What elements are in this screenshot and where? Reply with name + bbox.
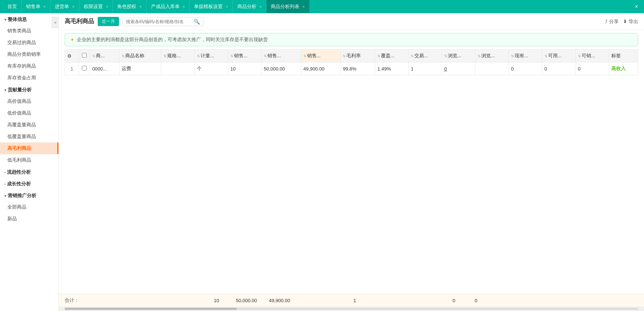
row-browse1[interactable]: 0 <box>442 62 475 75</box>
row-code[interactable]: 0000... <box>90 62 119 75</box>
nav-tab-analysis[interactable]: 商品分析 × <box>233 0 266 13</box>
col-browse2[interactable]: ⇅浏览... <box>475 50 509 62</box>
close-analysis-tab[interactable]: × <box>259 4 262 9</box>
sidebar-item-low-coverage[interactable]: 低覆盖量商品 <box>0 131 58 142</box>
sidebar-group-contribution[interactable]: ▾ 贡献量分析 <box>0 84 58 95</box>
footer-label: 合计： <box>65 297 87 304</box>
footer-spacer8 <box>425 298 450 303</box>
close-template-tab[interactable]: × <box>226 4 228 9</box>
close-permissions-tab[interactable]: × <box>106 4 108 9</box>
info-banner: ✦ 企业的主要的利润都是这部分商品创造的，可考虑加大推广，同时关注库存是不要出现… <box>65 33 638 46</box>
row-transaction: 1 <box>409 62 442 75</box>
arrow-contribution-icon: ▾ <box>4 88 6 92</box>
sidebar-group-marketing[interactable]: ▾ 营销推广分析 <box>0 189 58 201</box>
footer-available: 0 <box>450 298 472 303</box>
sidebar-group-growth[interactable]: › 成长性分析 <box>0 178 58 189</box>
close-roles-tab[interactable]: × <box>139 4 141 9</box>
bottom-scrollbar[interactable] <box>59 307 644 311</box>
nav-tab-permissions[interactable]: 权限设置 × <box>79 0 113 13</box>
sidebar-item-low-margin[interactable]: 低毛利商品 <box>0 154 58 166</box>
sidebar-group-trend[interactable]: › 流趋性分析 <box>0 166 58 178</box>
col-tag[interactable]: 标签 <box>609 50 638 62</box>
nav-tab-roles[interactable]: 角色授权 × <box>113 0 146 13</box>
app-root: 首页 销售单 × 进货单 × 权限设置 × 角色授权 × 产成品入库单 × 单据… <box>0 0 644 311</box>
row-available: 0 <box>542 62 575 75</box>
search-icon[interactable]: 🔍 <box>194 19 200 25</box>
sidebar-item-traded-goods[interactable]: 交易过的商品 <box>0 37 58 48</box>
scrollbar-thumb[interactable] <box>65 308 237 310</box>
nav-tab-purchase[interactable]: 进货单 × <box>50 0 79 13</box>
filter-recent-month-button[interactable]: 近一月 <box>98 17 119 26</box>
sidebar-collapse-button[interactable]: « <box>52 17 58 28</box>
sort-icon: ⇅ <box>411 54 414 58</box>
nav-tab-home[interactable]: 首页 <box>3 0 22 13</box>
arrow-overview-icon: ▾ <box>4 18 6 22</box>
content-area: 高毛利商品 近一月 🔍 ⤴ 分享 ⬇ 导出 <box>59 13 644 311</box>
close-purchase-tab[interactable]: × <box>72 4 74 9</box>
col-sales2[interactable]: ⇅销售... <box>261 50 301 62</box>
sidebar-item-all-goods[interactable]: 全部商品 <box>0 201 58 213</box>
col-browse1[interactable]: ⇅浏览... <box>442 50 475 62</box>
close-sales-tab[interactable]: × <box>43 4 46 9</box>
col-name[interactable]: ⇅商品名称 <box>119 50 161 62</box>
select-all-checkbox[interactable] <box>82 53 87 58</box>
col-available[interactable]: ⇅可用... <box>542 50 575 62</box>
col-transaction[interactable]: ⇅交易... <box>409 50 442 62</box>
nav-tab-sales[interactable]: 销售单 × <box>22 0 50 13</box>
arrow-growth-icon: › <box>4 182 6 186</box>
share-button[interactable]: ⤴ 分享 <box>605 18 619 25</box>
footer-spacer6 <box>373 298 399 303</box>
col-code[interactable]: ⇅商... <box>90 50 119 62</box>
col-coverage[interactable]: ⇅覆盖... <box>375 50 409 62</box>
header-actions: ⤴ 分享 ⬇ 导出 <box>605 18 638 25</box>
sort-icon: ⇅ <box>377 54 380 58</box>
sidebar-item-inventory-capital[interactable]: 库存资金占用 <box>0 72 58 84</box>
row-tag: 高收入 <box>609 62 638 75</box>
row-checkbox[interactable] <box>82 66 87 70</box>
footer-summary: 合计： 10 50,000.00 49,900.00 1 0 0 <box>59 294 644 307</box>
sort-icon: ⇅ <box>264 54 267 58</box>
col-saleable[interactable]: ⇅可销... <box>575 50 609 62</box>
col-settings[interactable]: ⚙ <box>65 50 79 62</box>
sidebar-item-sales-goods[interactable]: 销售类商品 <box>0 25 58 37</box>
top-nav: 首页 销售单 × 进货单 × 权限设置 × 角色授权 × 产成品入库单 × 单据… <box>0 0 644 13</box>
close-analysis-list-tab[interactable]: × <box>302 4 305 9</box>
share-icon: ⤴ <box>605 19 608 24</box>
sidebar-item-new-goods[interactable]: 新品 <box>0 213 58 225</box>
col-sales1[interactable]: ⇅销售... <box>228 50 261 62</box>
footer-qty: 10 <box>212 298 234 303</box>
scrollbar-track[interactable] <box>65 308 638 310</box>
arrow-trend-icon: › <box>4 170 6 174</box>
sidebar-item-high-margin[interactable]: 高毛利商品 <box>0 142 58 154</box>
col-stock[interactable]: ⇅现有... <box>509 50 542 62</box>
col-spec[interactable]: ⇅规格... <box>161 50 195 62</box>
page-title: 高毛利商品 <box>65 18 94 25</box>
row-checkbox-cell[interactable] <box>79 62 90 75</box>
sidebar-item-in-stock[interactable]: 有库存的商品 <box>0 60 58 72</box>
sidebar-item-category-assist[interactable]: 商品分类助销率 <box>0 48 58 60</box>
col-sales3[interactable]: ⇅销售... <box>301 50 341 62</box>
col-margin[interactable]: ⇅毛利率 <box>341 50 375 62</box>
search-input[interactable] <box>126 19 192 24</box>
sort-icon: ⇅ <box>578 54 581 58</box>
sort-icon: ⇅ <box>544 54 547 58</box>
nav-tab-analysis-list[interactable]: 商品分析列表 × <box>266 0 309 13</box>
sidebar-item-high-value[interactable]: 高价值商品 <box>0 95 58 107</box>
data-table: ⚙ ⇅商... ⇅商品名称 ⇅规格... ⇅计量... ⇅销售... ⇅销售..… <box>65 49 638 75</box>
col-checkbox[interactable] <box>79 50 90 62</box>
arrow-marketing-icon: ▾ <box>4 194 6 198</box>
sort-icon: ⇅ <box>163 54 166 58</box>
close-product-inbound-tab[interactable]: × <box>183 4 185 9</box>
footer-spacer7 <box>399 298 425 303</box>
sidebar-group-overview[interactable]: ▾ 整体信息 <box>0 13 58 25</box>
close-all-button[interactable]: × <box>632 3 641 10</box>
sort-icon: ⇅ <box>303 54 306 58</box>
search-box: 🔍 <box>123 17 204 26</box>
sidebar-item-low-value[interactable]: 低价值商品 <box>0 107 58 119</box>
col-unit[interactable]: ⇅计量... <box>195 50 228 62</box>
export-button[interactable]: ⬇ 导出 <box>623 18 638 25</box>
nav-tab-product-inbound[interactable]: 产成品入库单 × <box>147 0 190 13</box>
nav-tab-template[interactable]: 单据模板设置 × <box>190 0 233 13</box>
sidebar-item-high-coverage[interactable]: 高覆盖量商品 <box>0 119 58 131</box>
content-header: 高毛利商品 近一月 🔍 ⤴ 分享 ⬇ 导出 <box>59 13 644 30</box>
